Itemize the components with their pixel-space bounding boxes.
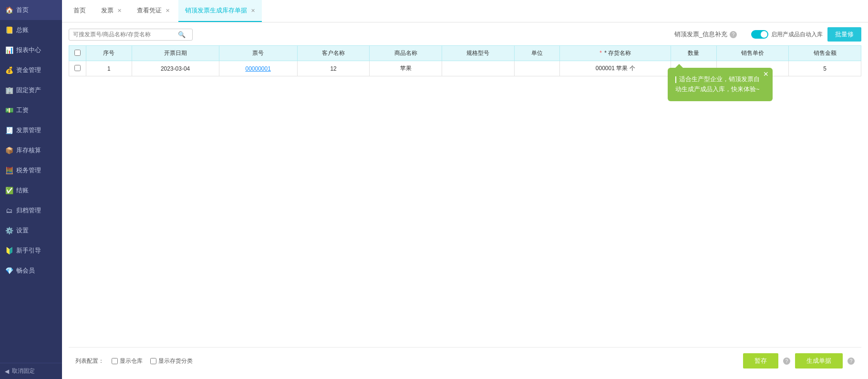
- toolbar-row: 🔍 销顶发票_信息补充 ? 启用产成品自动入库 批量修: [69, 27, 861, 42]
- cell-seq: 1: [86, 61, 132, 76]
- payroll-icon: 💵: [5, 106, 13, 115]
- show-inventory-category-checkbox[interactable]: 显示存货分类: [150, 357, 193, 365]
- tooltip-cursor: [675, 76, 676, 83]
- row-checkbox[interactable]: [74, 65, 81, 71]
- search-box[interactable]: 🔍: [69, 29, 193, 41]
- col-customer: 客户名称: [297, 46, 370, 61]
- col-ticket-no: 票号: [219, 46, 297, 61]
- info-help-icon[interactable]: ?: [730, 31, 737, 38]
- funds-icon: 💰: [5, 66, 13, 74]
- archive-icon: 🗂: [5, 206, 13, 215]
- col-qty: 数量: [671, 46, 716, 61]
- tooltip-close-icon[interactable]: ✕: [763, 71, 769, 77]
- settings-icon: ⚙️: [5, 226, 13, 235]
- save-help-icon[interactable]: ?: [783, 358, 790, 365]
- cell-spec: [442, 61, 515, 76]
- tab-voucher[interactable]: 查看凭证 ✕: [130, 0, 176, 22]
- sidebar-item-assets[interactable]: 🏢 固定资产: [0, 80, 62, 100]
- col-date: 开票日期: [132, 46, 219, 61]
- info-label-group: 销顶发票_信息补充 ?: [674, 30, 737, 39]
- tab-invoice-close[interactable]: ✕: [117, 8, 122, 14]
- ledger-icon: 📒: [5, 26, 13, 34]
- select-all-checkbox[interactable]: [74, 50, 81, 56]
- list-config-label: 列表配置：: [75, 357, 104, 365]
- table-header-row: 序号 开票日期 票号 客户名称 商品名称 规格型号 单位 * * 存货名称 数量…: [69, 46, 861, 61]
- toggle-group: 启用产成品自动入库: [751, 30, 823, 39]
- tooltip-text: 适合生产型企业，销顶发票自动生成产成品入库，快来体验~: [675, 75, 760, 93]
- closing-icon: ✅: [5, 186, 13, 195]
- cell-ticket-no[interactable]: 00000001: [219, 61, 297, 76]
- cell-date: 2023-03-04: [132, 61, 219, 76]
- tab-home[interactable]: 首页: [67, 0, 93, 22]
- sidebar-item-payroll[interactable]: 💵 工资: [0, 100, 62, 120]
- invoice-mgmt-icon: 🧾: [5, 126, 13, 135]
- guide-icon: 🔰: [5, 246, 13, 255]
- col-product-name: 商品名称: [370, 46, 442, 61]
- save-button[interactable]: 暂存: [743, 353, 778, 368]
- tab-cancel-invoice-close[interactable]: ✕: [251, 8, 255, 14]
- sidebar-item-closing[interactable]: ✅ 结账: [0, 180, 62, 200]
- auto-warehouse-toggle[interactable]: [751, 30, 768, 39]
- sidebar-item-tax[interactable]: 🧮 税务管理: [0, 160, 62, 180]
- vip-icon: 💎: [5, 266, 13, 275]
- search-input[interactable]: [73, 31, 178, 38]
- sidebar-item-funds[interactable]: 💰 资金管理: [0, 60, 62, 80]
- bottom-bar: 列表配置： 显示仓库 显示存货分类 暂存 ? 生成单据 ?: [69, 347, 861, 374]
- sidebar-item-ledger[interactable]: 📒 总账: [0, 20, 62, 40]
- col-unit-price: 销售单价: [716, 46, 789, 61]
- sidebar-item-home[interactable]: 🏠 首页: [0, 0, 62, 20]
- toggle-label: 启用产成品自动入库: [771, 31, 823, 39]
- sidebar: 🏠 首页 📒 总账 📊 报表中心 💰 资金管理 🏢 固定资产 💵 工资 🧾 发票…: [0, 0, 62, 379]
- reports-icon: 📊: [5, 46, 13, 54]
- generate-help-icon[interactable]: ?: [847, 358, 855, 365]
- col-unit: 单位: [514, 46, 560, 61]
- inventory-icon: 📦: [5, 146, 13, 155]
- main-area: 首页 发票 ✕ 查看凭证 ✕ 销顶发票生成库存单据 ✕ 🔍 销顶发票_信息补充 …: [62, 0, 868, 379]
- sidebar-unpin-btn[interactable]: ◀ 取消固定: [0, 363, 62, 379]
- tab-cancel-invoice[interactable]: 销顶发票生成库存单据 ✕: [178, 0, 262, 22]
- cell-customer: 12: [297, 61, 370, 76]
- tab-voucher-close[interactable]: ✕: [165, 8, 170, 14]
- bottom-actions: 暂存 ? 生成单据 ?: [743, 353, 855, 368]
- cell-product-name: 苹果: [370, 61, 442, 76]
- tab-invoice[interactable]: 发票 ✕: [94, 0, 128, 22]
- info-label-text: 销顶发票_信息补充: [674, 30, 727, 39]
- tooltip-popup: 适合生产型企业，销顶发票自动生成产成品入库，快来体验~ ✕: [668, 68, 773, 101]
- home-icon: 🏠: [5, 6, 13, 14]
- sidebar-item-guide[interactable]: 🔰 新手引导: [0, 241, 62, 261]
- cell-inventory-name: 000001 苹果 个: [560, 61, 671, 76]
- sidebar-item-reports[interactable]: 📊 报表中心: [0, 40, 62, 60]
- sidebar-item-settings[interactable]: ⚙️ 设置: [0, 221, 62, 241]
- batch-edit-button[interactable]: 批量修: [827, 27, 861, 42]
- col-seq: 序号: [86, 46, 132, 61]
- show-warehouse-checkbox[interactable]: 显示仓库: [112, 357, 143, 365]
- col-inventory-name: * * 存货名称: [560, 46, 671, 61]
- sidebar-item-invoice-mgmt[interactable]: 🧾 发票管理: [0, 120, 62, 140]
- tab-bar: 首页 发票 ✕ 查看凭证 ✕ 销顶发票生成库存单据 ✕: [62, 0, 868, 22]
- sidebar-item-vip[interactable]: 💎 畅会员: [0, 261, 62, 281]
- sidebar-item-archive[interactable]: 🗂 归档管理: [0, 200, 62, 221]
- tax-icon: 🧮: [5, 166, 13, 175]
- cell-sales-amount: 5: [789, 61, 861, 76]
- col-sales-amount: 销售金额: [789, 46, 861, 61]
- col-spec: 规格型号: [442, 46, 515, 61]
- assets-icon: 🏢: [5, 86, 13, 95]
- sidebar-item-inventory[interactable]: 📦 库存核算: [0, 140, 62, 160]
- search-icon: 🔍: [178, 31, 186, 38]
- unpin-icon: ◀: [5, 368, 9, 375]
- cell-unit: [514, 61, 560, 76]
- generate-button[interactable]: 生成单据: [795, 353, 843, 368]
- content-area: 🔍 销顶发票_信息补充 ? 启用产成品自动入库 批量修: [62, 22, 868, 379]
